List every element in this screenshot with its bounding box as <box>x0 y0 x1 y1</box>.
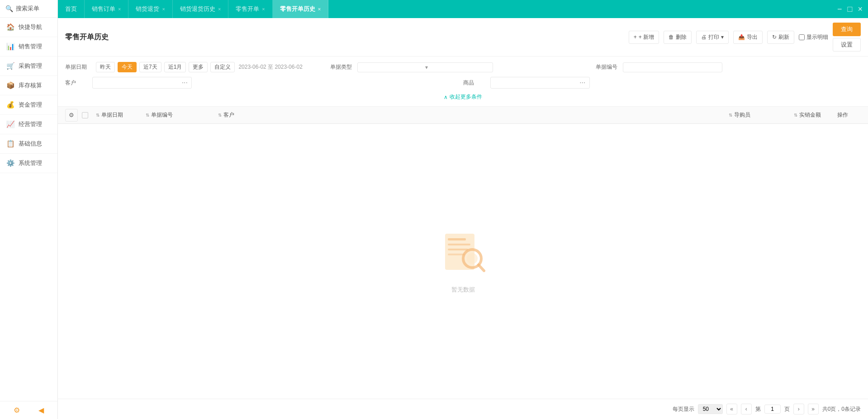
add-button[interactable]: + + 新增 <box>629 31 659 44</box>
page-title: 零售开单历史 <box>65 33 109 42</box>
delete-button[interactable]: 🗑 删除 <box>664 31 692 44</box>
filter-date-section: 单据日期 昨天 今天 近7天 近1月 更多 自定义 2023-06-02 至 2… <box>65 62 321 72</box>
prev-page-button[interactable]: ‹ <box>741 404 752 414</box>
page-number-input[interactable] <box>764 405 781 414</box>
th-checkbox[interactable] <box>78 112 92 118</box>
home-icon: 🏠 <box>6 23 15 31</box>
sidebar-item-label: 销售管理 <box>19 42 42 51</box>
sidebar-item-quick-nav[interactable]: 🏠 快捷导航 <box>0 18 57 37</box>
display-cols-checkbox[interactable] <box>799 34 805 40</box>
th-customer-sort-icon[interactable]: ⇅ <box>218 113 222 118</box>
display-cols-label: 显示明细 <box>806 33 828 41</box>
last-page-button[interactable]: » <box>808 404 819 414</box>
sidebar-item-sales-mgmt[interactable]: 📊 销售管理 <box>0 37 57 56</box>
close-button[interactable]: × <box>858 5 863 14</box>
tab-retail-open-history-close[interactable]: × <box>318 6 321 12</box>
th-date-sort-icon[interactable]: ⇅ <box>96 113 100 118</box>
operations-icon: 📈 <box>6 120 15 128</box>
tab-sales-return-close[interactable]: × <box>162 6 165 12</box>
sidebar-item-system[interactable]: ⚙️ 系统管理 <box>0 154 57 173</box>
setting-button[interactable]: 设置 <box>833 38 861 52</box>
sidebar-item-inventory[interactable]: 📦 库存核算 <box>0 76 57 95</box>
tab-sales-order-close[interactable]: × <box>118 6 121 12</box>
th-bill-sort-icon[interactable]: ⇅ <box>146 113 149 118</box>
maximize-button[interactable]: □ <box>848 5 853 14</box>
filter-row-date: 单据日期 昨天 今天 近7天 近1月 更多 自定义 2023-06-02 至 2… <box>65 62 861 72</box>
page-header: 零售开单历史 + + 新增 🗑 删除 🖨 打印 ▾ 📤 导出 <box>58 18 868 56</box>
date-btn-1month[interactable]: 近1月 <box>164 62 186 72</box>
customer-input[interactable] <box>96 80 180 86</box>
date-btn-7days[interactable]: 近7天 <box>139 62 161 72</box>
th-date: ⇅ 单据日期 <box>92 107 142 123</box>
sidebar-search-label: 搜索采单 <box>16 5 39 13</box>
th-customer-label: 客户 <box>223 111 234 119</box>
tab-sales-return[interactable]: 销货退货 × <box>128 0 172 18</box>
filter-area: 单据日期 昨天 今天 近7天 近1月 更多 自定义 2023-06-02 至 2… <box>58 56 868 107</box>
tab-sales-return-history[interactable]: 销货退货历史 × <box>173 0 228 18</box>
sidebar-item-label: 快捷导航 <box>19 23 42 31</box>
tab-home[interactable]: 首页 <box>58 0 85 18</box>
th-bill-no: ⇅ 单据编号 <box>142 107 214 123</box>
page-prefix: 第 <box>755 405 761 413</box>
minimize-button[interactable]: − <box>837 5 842 14</box>
sidebar-search[interactable]: 🔍 搜索采单 <box>0 0 57 18</box>
bill-no-input[interactable] <box>627 64 718 71</box>
settings-gear-icon[interactable]: ⚙ <box>14 406 20 414</box>
export-button[interactable]: 📤 导出 <box>733 31 763 44</box>
window-controls: − □ × <box>832 0 868 18</box>
first-page-button[interactable]: « <box>726 404 737 414</box>
per-page-label: 每页显示 <box>673 405 694 413</box>
per-page-select[interactable]: 50 10 20 100 <box>698 404 723 414</box>
customer-label: 客户 <box>65 79 92 87</box>
select-all-checkbox[interactable] <box>82 112 88 118</box>
query-button[interactable]: 查询 <box>833 23 861 36</box>
delete-icon: 🗑 <box>669 34 674 40</box>
tab-retail-open-history[interactable]: 零售开单历史 × <box>273 0 328 18</box>
sidebar-item-operations[interactable]: 📈 经营管理 <box>0 115 57 134</box>
th-action-label: 操作 <box>837 111 848 119</box>
date-btn-yesterday[interactable]: 昨天 <box>96 62 115 72</box>
tab-retail-open-close[interactable]: × <box>262 6 265 12</box>
sidebar-item-label: 库存核算 <box>19 81 42 89</box>
th-amount-sort-icon[interactable]: ⇅ <box>794 113 797 118</box>
th-bill-label: 单据编号 <box>151 111 173 119</box>
date-btn-more[interactable]: 更多 <box>189 62 208 72</box>
tab-sales-return-label: 销货退货 <box>136 5 159 13</box>
total-info: 共0页，0条记录 <box>822 405 861 413</box>
next-page-button[interactable]: › <box>793 404 804 414</box>
search-icon: 🔍 <box>5 5 13 12</box>
customer-dots-icon[interactable]: ··· <box>182 79 188 87</box>
sidebar-item-purchase-mgmt[interactable]: 🛒 采购管理 <box>0 56 57 76</box>
tab-sales-order[interactable]: 销售订单 × <box>85 0 128 18</box>
sidebar-item-finance[interactable]: 💰 资金管理 <box>0 95 57 115</box>
table-config-btn[interactable]: ⚙ <box>65 109 78 122</box>
display-cols-toggle[interactable]: 显示明细 <box>799 33 828 41</box>
tab-sales-return-history-close[interactable]: × <box>218 6 221 12</box>
sidebar-footer: ⚙ ◀ <box>0 401 57 419</box>
filter-goods-section: 商品 ··· <box>463 77 852 89</box>
th-guide: ⇅ 导购员 <box>725 107 779 123</box>
print-button[interactable]: 🖨 打印 ▾ <box>696 31 729 44</box>
refresh-button[interactable]: ↻ 刷新 <box>767 31 794 44</box>
sidebar-item-basic-info[interactable]: 📋 基础信息 <box>0 134 57 154</box>
svg-rect-2 <box>448 244 470 245</box>
tab-retail-open[interactable]: 零售开单 × <box>228 0 272 18</box>
bill-type-select[interactable]: ▾ <box>357 62 493 72</box>
bill-no-label: 单据编号 <box>596 63 623 71</box>
collapse-sidebar-icon[interactable]: ◀ <box>38 406 44 414</box>
date-buttons: 昨天 今天 近7天 近1月 更多 自定义 <box>96 62 235 72</box>
goods-input-wrap: ··· <box>490 77 590 89</box>
svg-line-7 <box>479 265 484 271</box>
goods-input[interactable] <box>494 80 578 86</box>
date-btn-today[interactable]: 今天 <box>118 62 137 72</box>
sidebar-item-label: 资金管理 <box>19 101 42 109</box>
sidebar-nav: 🏠 快捷导航 📊 销售管理 🛒 采购管理 📦 库存核算 💰 资金管理 📈 经营管… <box>0 18 57 401</box>
tab-sales-order-label: 销售订单 <box>92 5 115 13</box>
goods-dots-icon[interactable]: ··· <box>579 79 585 87</box>
tab-bar: 首页 销售订单 × 销货退货 × 销货退货历史 × 零售开单 × 零售开单历史 … <box>58 0 868 18</box>
collapse-filter-btn[interactable]: ∧ 收起更多条件 <box>65 93 861 101</box>
th-guide-sort-icon[interactable]: ⇅ <box>729 113 732 118</box>
print-icon: 🖨 <box>701 34 707 40</box>
refresh-icon: ↻ <box>772 34 777 40</box>
date-btn-custom[interactable]: 自定义 <box>210 62 235 72</box>
